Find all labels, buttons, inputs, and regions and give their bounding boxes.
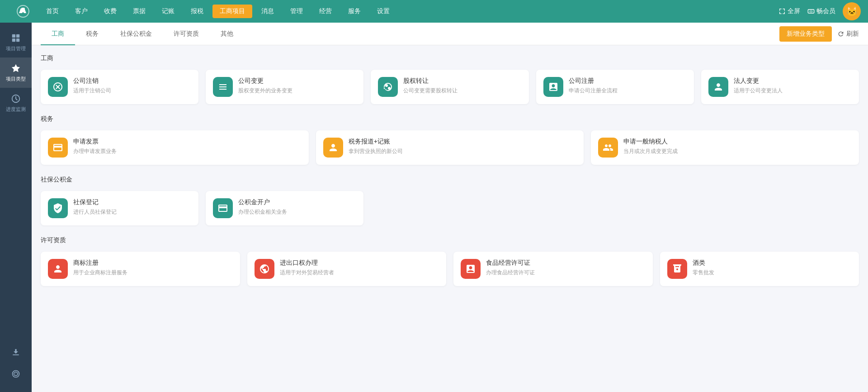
card-desc-company-cancel: 适用于注销公司 <box>73 87 191 95</box>
card-equity-transfer[interactable]: 股权转让 公司变更需要股权转让 <box>371 70 528 104</box>
card-icon-equity-transfer <box>378 77 398 97</box>
card-title-social-insurance: 社保登记 <box>73 198 191 206</box>
sidebar-item-project-management[interactable]: 项目管理 <box>0 27 32 57</box>
card-icon-housing-fund <box>213 198 233 218</box>
sidebar-label-project-management: 项目管理 <box>6 45 26 52</box>
tab-actions: 新增业务类型 刷新 <box>779 26 859 42</box>
nav-service[interactable]: 服务 <box>341 5 368 18</box>
card-title-tax-bookkeeping: 税务报道+记账 <box>349 138 577 146</box>
tab-shuiwu[interactable]: 税务 <box>75 23 109 45</box>
content-area: 工商 税务 社保公积金 许可资质 其他 新增业务类型 刷新 工商 <box>32 23 868 392</box>
svg-rect-3 <box>16 34 19 38</box>
card-housing-fund[interactable]: 公积金开户 办理公积金相关业务 <box>206 191 363 225</box>
card-legal-change[interactable]: 法人变更 适用于公司变更法人 <box>701 70 859 104</box>
card-icon-trademark <box>48 259 68 279</box>
svg-rect-4 <box>12 38 15 42</box>
sidebar-download[interactable] <box>0 341 32 363</box>
card-desc-tax-bookkeeping: 拿到营业执照的新公司 <box>349 148 577 155</box>
nav-home[interactable]: 首页 <box>39 5 66 18</box>
tab-other[interactable]: 其他 <box>210 23 244 45</box>
card-icon-apply-taxpayer <box>598 138 618 158</box>
card-title-trademark: 商标注册 <box>73 259 233 267</box>
nav-customer[interactable]: 客户 <box>68 5 95 18</box>
sidebar-item-progress[interactable]: 进度监测 <box>0 88 32 118</box>
card-company-cancel[interactable]: 公司注销 适用于注销公司 <box>41 70 198 104</box>
nav-fee[interactable]: 收费 <box>97 5 124 18</box>
refresh-button[interactable]: 刷新 <box>837 30 859 38</box>
card-trademark[interactable]: 商标注册 用于企业商标注册服务 <box>41 252 240 286</box>
sidebar-label-project-type: 项目类型 <box>6 76 26 82</box>
card-desc-legal-change: 适用于公司变更法人 <box>734 87 852 95</box>
card-info-import-export: 进出口权办理 适用于对外贸易经营者 <box>280 259 439 277</box>
card-title-food-license: 食品经营许可证 <box>486 259 646 267</box>
card-desc-housing-fund: 办理公积金相关业务 <box>238 208 356 216</box>
card-info-social-insurance: 社保登记 进行人员社保登记 <box>73 198 191 216</box>
card-info-equity-transfer: 股权转让 公司变更需要股权转让 <box>403 77 521 95</box>
card-icon-company-cancel <box>48 77 68 97</box>
card-info-food-license: 食品经营许可证 办理食品经营许可证 <box>486 259 646 277</box>
card-title-company-register: 公司注册 <box>569 77 687 85</box>
top-navigation: 首页 客户 收费 票据 记账 报税 工商项目 消息 管理 经营 服务 设置 全屏… <box>0 0 868 23</box>
card-food-license[interactable]: 食品经营许可证 办理食品经营许可证 <box>453 252 653 286</box>
card-info-legal-change: 法人变更 适用于公司变更法人 <box>734 77 852 95</box>
card-info-liquor: 酒类 零售批发 <box>693 259 852 277</box>
sidebar: 项目管理 项目类型 进度监测 <box>0 23 32 392</box>
nav-ticket[interactable]: 票据 <box>126 5 153 18</box>
card-desc-liquor: 零售批发 <box>693 269 852 277</box>
project-management-icon <box>10 33 21 43</box>
scroll-content[interactable]: 工商 公司注销 适用于注销公司 <box>32 45 868 392</box>
card-title-apply-taxpayer: 申请一般纳税人 <box>623 138 852 146</box>
tab-gongshang[interactable]: 工商 <box>41 23 75 45</box>
card-info-tax-bookkeeping: 税务报道+记账 拿到营业执照的新公司 <box>349 138 577 155</box>
card-icon-social-insurance <box>48 198 68 218</box>
card-title-apply-invoice: 申请发票 <box>73 138 302 146</box>
xuke-cards-grid: 商标注册 用于企业商标注册服务 进出口权办理 适用于对外贸易经营者 <box>41 252 859 286</box>
nav-tax[interactable]: 报税 <box>184 5 211 18</box>
tab-xuke[interactable]: 许可资质 <box>163 23 210 45</box>
card-icon-liquor <box>667 259 687 279</box>
card-icon-company-change <box>213 77 233 97</box>
card-liquor[interactable]: 酒类 零售批发 <box>660 252 859 286</box>
vip-button[interactable]: 畅会员 <box>807 7 835 15</box>
svg-point-10 <box>15 373 16 374</box>
card-company-register[interactable]: 公司注册 申请公司注册全流程 <box>536 70 694 104</box>
gongshang-cards-grid: 公司注销 适用于注销公司 公司变更 股权变更外的业务变更 <box>41 70 859 104</box>
nav-bizproject[interactable]: 工商项目 <box>212 5 252 18</box>
sidebar-item-project-type[interactable]: 项目类型 <box>0 57 32 88</box>
tab-bar: 工商 税务 社保公积金 许可资质 其他 新增业务类型 刷新 <box>32 23 868 45</box>
shuiwu-cards-grid: 申请发票 办理申请发票业务 税务报道+记账 拿到营业执照的新公司 <box>41 130 859 165</box>
card-tax-bookkeeping[interactable]: 税务报道+记账 拿到营业执照的新公司 <box>316 130 584 165</box>
card-apply-invoice[interactable]: 申请发票 办理申请发票业务 <box>41 130 309 165</box>
progress-icon <box>10 93 21 104</box>
nav-settings[interactable]: 设置 <box>370 5 397 18</box>
section-title-gongshang: 工商 <box>41 54 859 62</box>
card-title-equity-transfer: 股权转让 <box>403 77 521 85</box>
svg-marker-6 <box>12 64 20 72</box>
card-social-insurance[interactable]: 社保登记 进行人员社保登记 <box>41 191 198 225</box>
project-type-icon <box>10 63 21 74</box>
target-icon <box>10 368 21 379</box>
card-title-company-change: 公司变更 <box>238 77 356 85</box>
card-info-trademark: 商标注册 用于企业商标注册服务 <box>73 259 233 277</box>
nav-message[interactable]: 消息 <box>254 5 281 18</box>
add-type-button[interactable]: 新增业务类型 <box>779 26 832 42</box>
card-info-company-cancel: 公司注销 适用于注销公司 <box>73 77 191 95</box>
card-title-company-cancel: 公司注销 <box>73 77 191 85</box>
card-info-apply-invoice: 申请发票 办理申请发票业务 <box>73 138 302 155</box>
nav-manage[interactable]: 管理 <box>283 5 310 18</box>
card-info-company-change: 公司变更 股权变更外的业务变更 <box>238 77 356 95</box>
tab-shebao[interactable]: 社保公积金 <box>109 23 163 45</box>
card-info-company-register: 公司注册 申请公司注册全流程 <box>569 77 687 95</box>
card-desc-apply-taxpayer: 当月或次月成变更完成 <box>623 148 852 155</box>
nav-operation[interactable]: 经营 <box>312 5 339 18</box>
card-apply-taxpayer[interactable]: 申请一般纳税人 当月或次月成变更完成 <box>591 130 859 165</box>
nav-bookkeeping[interactable]: 记账 <box>155 5 182 18</box>
card-icon-tax-bookkeeping <box>323 138 343 158</box>
fullscreen-button[interactable]: 全屏 <box>778 7 800 15</box>
card-company-change[interactable]: 公司变更 股权变更外的业务变更 <box>206 70 363 104</box>
svg-rect-5 <box>16 38 19 42</box>
sidebar-target[interactable] <box>0 363 32 385</box>
shebao-cards-grid: 社保登记 进行人员社保登记 公积金开户 办理公积金相关业务 <box>41 191 859 225</box>
card-import-export[interactable]: 进出口权办理 适用于对外贸易经营者 <box>247 252 447 286</box>
nav-right-area: 全屏 畅会员 🐱 <box>778 2 861 20</box>
